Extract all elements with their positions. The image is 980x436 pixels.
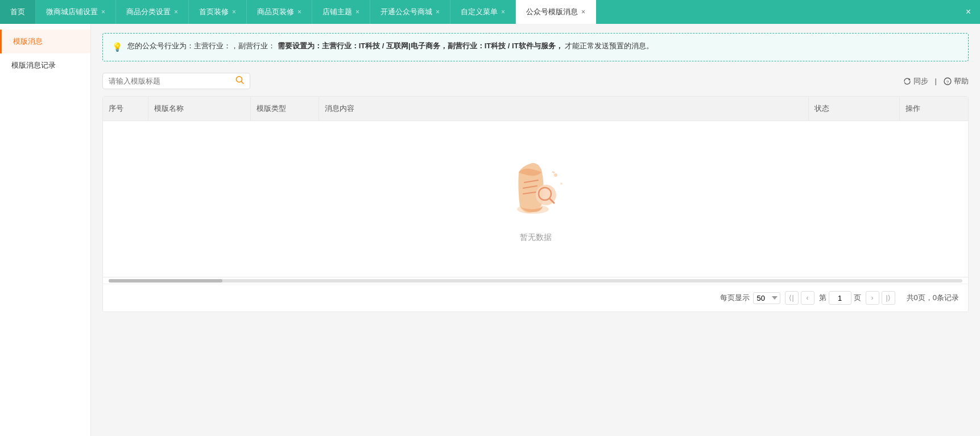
th-type: 模版类型 [251, 97, 319, 121]
page-number-input[interactable] [829, 291, 851, 305]
search-bar: 同步 | ? 帮助 [102, 73, 969, 89]
empty-illustration [502, 155, 570, 223]
search-input-wrap [102, 73, 250, 89]
th-name: 模版名称 [148, 97, 251, 121]
nav-item-category-settings[interactable]: 商品分类设置 × [116, 0, 189, 24]
sidebar-item-template-msg-records[interactable]: 模版消息记录 [0, 53, 90, 77]
svg-point-12 [560, 182, 563, 185]
nav-item-shop-settings[interactable]: 微商城店铺设置 × [36, 0, 116, 24]
close-all-icon: × [966, 7, 971, 17]
svg-point-11 [554, 173, 557, 177]
nav-close-shop-settings[interactable]: × [101, 8, 105, 16]
alert-suffix: 才能正常发送预置的消息。 [565, 41, 654, 50]
nav-item-template-msg[interactable]: 公众号模版消息 × [516, 0, 596, 24]
nav-close-custom-menu[interactable]: × [501, 8, 505, 16]
nav-item-theme[interactable]: 店铺主题 × [312, 0, 370, 24]
nav-close-product-decor[interactable]: × [297, 8, 301, 16]
sync-button[interactable]: 同步 [903, 76, 928, 86]
nav-label-product-decor: 商品页装修 [257, 7, 294, 17]
alert-icon: 💡 [112, 40, 123, 54]
search-icon [235, 76, 245, 85]
svg-line-1 [242, 82, 244, 84]
nav-close-template-msg[interactable]: × [581, 8, 585, 16]
content-area: 💡 您的公众号行业为：主营行业：，副营行业： 需要设置为：主营行业：IT科技 /… [91, 24, 980, 436]
th-status: 状态 [809, 97, 900, 121]
pagination-next-buttons: › |⟩ [866, 291, 895, 305]
toolbar-right: 同步 | ? 帮助 [903, 76, 969, 86]
page-prefix: 第 [819, 293, 826, 303]
nav-close-category-settings[interactable]: × [174, 8, 178, 16]
nav-item-open-mall[interactable]: 开通公众号商城 × [370, 0, 450, 24]
nav-label-category-settings: 商品分类设置 [126, 7, 171, 17]
page-input-group: 第 页 [819, 291, 861, 305]
total-info: 共0页，0条记录 [907, 293, 959, 303]
nav-item-product-decor[interactable]: 商品页装修 × [247, 0, 312, 24]
first-page-button[interactable]: ⟨| [785, 291, 799, 305]
nav-close-home-decor[interactable]: × [232, 8, 236, 16]
per-page-label: 每页显示 [720, 293, 750, 303]
alert-box: 💡 您的公众号行业为：主营行业：，副营行业： 需要设置为：主营行业：IT科技 /… [102, 33, 969, 61]
nav-label-custom-menu: 自定义菜单 [461, 7, 498, 17]
nav-label-home-decor: 首页装修 [199, 7, 229, 17]
nav-label-theme: 店铺主题 [322, 7, 352, 17]
nav-label-open-mall: 开通公众号商城 [381, 7, 432, 17]
per-page-select: 每页显示 50 10 20 100 [720, 292, 780, 304]
nav-item-home-decor[interactable]: 首页装修 × [189, 0, 247, 24]
th-index: 序号 [103, 97, 148, 121]
first-page-icon2: | [792, 294, 793, 302]
nav-item-home[interactable]: 首页 [0, 0, 36, 24]
sync-label: 同步 [913, 76, 928, 86]
scrollbar-thumb [109, 279, 222, 283]
pagination-nav-buttons: ⟨| ‹ [785, 291, 814, 305]
page-suffix: 页 [854, 293, 861, 303]
th-content: 消息内容 [319, 97, 809, 121]
last-page-button[interactable]: |⟩ [882, 291, 895, 305]
sidebar-item-template-msg[interactable]: 模版消息 [0, 30, 90, 53]
sync-icon [903, 77, 911, 85]
next-page-button[interactable]: › [866, 291, 879, 305]
nav-item-custom-menu[interactable]: 自定义菜单 × [450, 0, 516, 24]
help-label: 帮助 [954, 76, 969, 86]
nav-close-theme[interactable]: × [355, 8, 359, 16]
next-icon: › [871, 294, 874, 302]
empty-text: 暂无数据 [520, 232, 552, 243]
per-page-dropdown[interactable]: 50 10 20 100 [753, 292, 780, 304]
top-navigation: 首页 微商城店铺设置 × 商品分类设置 × 首页装修 × 商品页装修 × 店铺主… [0, 0, 980, 24]
alert-highlight: 需要设置为：主营行业：IT科技 / 互联网|电子商务，副营行业：IT科技 / I… [278, 41, 563, 50]
nav-close-all-button[interactable]: × [957, 0, 980, 24]
table-header: 序号 模版名称 模版类型 消息内容 状态 操作 [103, 97, 968, 121]
nav-close-open-mall[interactable]: × [436, 8, 440, 16]
search-button[interactable] [235, 76, 245, 86]
scrollbar-track [109, 279, 962, 283]
sidebar-label-template-msg-records: 模版消息记录 [11, 61, 56, 69]
alert-text: 您的公众号行业为：主营行业：，副营行业： 需要设置为：主营行业：IT科技 / 互… [127, 40, 654, 52]
sidebar: 模版消息 模版消息记录 [0, 24, 91, 436]
nav-label-home: 首页 [10, 7, 25, 17]
svg-text:?: ? [946, 80, 949, 85]
search-input[interactable] [102, 73, 250, 89]
pagination: 每页显示 50 10 20 100 ⟨| ‹ [103, 284, 968, 312]
th-action: 操作 [900, 97, 968, 121]
sidebar-label-template-msg: 模版消息 [13, 37, 43, 45]
data-table: 序号 模版名称 模版类型 消息内容 状态 操作 [102, 96, 969, 312]
prev-icon: ‹ [807, 294, 809, 302]
help-icon: ? [944, 77, 952, 85]
toolbar-divider: | [935, 77, 937, 85]
last-page-icon2: ⟩ [888, 294, 891, 302]
main-layout: 模版消息 模版消息记录 💡 您的公众号行业为：主营行业：，副营行业： 需要设置为… [0, 24, 980, 436]
nav-label-template-msg: 公众号模版消息 [526, 7, 578, 17]
help-button[interactable]: ? 帮助 [944, 76, 969, 86]
alert-prefix: 您的公众号行业为：主营行业：，副营行业： [127, 41, 275, 50]
horizontal-scrollbar[interactable] [103, 277, 968, 284]
prev-page-button[interactable]: ‹ [801, 291, 814, 305]
nav-label-shop-settings: 微商城店铺设置 [46, 7, 98, 17]
empty-state: 暂无数据 [103, 121, 968, 277]
